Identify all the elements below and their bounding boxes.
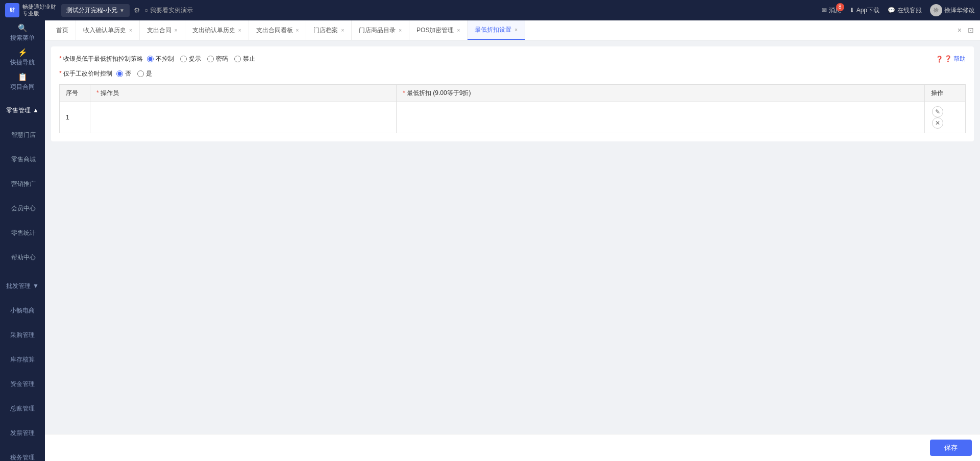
radio-hint[interactable]: 提示 xyxy=(180,55,201,63)
sidebar-item-retail[interactable]: 零售管理 ▲ xyxy=(0,98,45,123)
close-icon[interactable]: × xyxy=(238,28,241,33)
radio-forbid[interactable]: 禁止 xyxy=(234,55,255,63)
app-download-button[interactable]: ⬇ App下载 xyxy=(849,6,879,15)
tab-income-history-label: 收入确认单历史 xyxy=(83,26,126,35)
sidebar-item-project-label: 项目合同 xyxy=(10,83,35,91)
close-icon[interactable]: × xyxy=(175,28,178,33)
sidebar-item-search[interactable]: 🔍 搜索菜单 xyxy=(0,20,45,45)
sidebar-item-help[interactable]: 帮助中心 xyxy=(0,245,45,270)
sidebar-item-shortcut-label: 快捷导航 xyxy=(10,58,35,67)
sidebar-item-wholesale[interactable]: 批发管理 ▼ xyxy=(0,274,45,298)
demo-link-icon: ○ xyxy=(144,7,148,14)
sidebar-item-smart-store[interactable]: 智慧门店 xyxy=(0,123,45,147)
save-button[interactable]: 保存 xyxy=(930,440,972,456)
field1-label: 收银员低于最低折扣控制策略 xyxy=(59,55,143,63)
topbar-center: 测试分开完程-小兄 ▼ ⚙ ○ 我要看实例演示 xyxy=(61,4,817,17)
radio-password-label: 密码 xyxy=(216,55,228,63)
sidebar-item-member-label: 会员中心 xyxy=(11,204,36,213)
close-icon[interactable]: × xyxy=(399,28,402,33)
tab-income-history[interactable]: 收入确认单历史 × xyxy=(76,20,140,40)
close-icon[interactable]: × xyxy=(457,28,460,33)
tab-contract-view[interactable]: 支出合同看板 × xyxy=(249,20,307,40)
sidebar-item-retail-mall[interactable]: 零售商城 xyxy=(0,147,45,172)
tab-min-discount-label: 最低折扣设置 xyxy=(475,26,511,34)
cell-seq: 1 xyxy=(60,102,90,133)
form-row-1: 收银员低于最低折扣控制策略 不控制 提示 密码 xyxy=(59,55,966,63)
close-icon[interactable]: × xyxy=(129,28,132,33)
user-menu[interactable]: 徐 徐泽华修改 xyxy=(930,4,975,16)
page-content: 收银员低于最低折扣控制策略 不控制 提示 密码 xyxy=(45,40,980,434)
edit-row-button[interactable]: ✎ xyxy=(932,106,943,117)
messages-badge: 8 xyxy=(836,3,844,11)
sidebar-item-marketing[interactable]: 营销推广 xyxy=(0,172,45,196)
sidebar-item-funds[interactable]: 资金管理 xyxy=(0,372,45,396)
tab-min-discount[interactable]: 最低折扣设置 × xyxy=(468,20,525,40)
main-layout: 🔍 搜索菜单 ⚡ 快捷导航 📋 项目合同 零售管理 ▲ 智慧门店 零售商城 营销… xyxy=(0,20,980,461)
tab-pos-password-label: POS加密管理 xyxy=(416,26,454,35)
sidebar-item-purchase[interactable]: 采购管理 xyxy=(0,323,45,347)
tab-store-file[interactable]: 门店档案 × xyxy=(306,20,352,40)
app-edition: 专业版 xyxy=(22,10,56,17)
sidebar-item-smart-store-label: 智慧门店 xyxy=(11,131,36,139)
tab-contract[interactable]: 支出合同 × xyxy=(140,20,185,40)
radio-no[interactable]: 否 xyxy=(116,69,131,78)
sidebar-item-tax[interactable]: 税务管理 xyxy=(0,445,45,461)
cell-operator xyxy=(90,102,397,133)
tab-payout-history-label: 支出确认单历史 xyxy=(192,26,235,35)
sidebar-item-inventory[interactable]: 库存核算 xyxy=(0,347,45,372)
project-selector[interactable]: 测试分开完程-小兄 ▼ xyxy=(61,4,130,17)
app-name: 畅捷通好业财 xyxy=(22,4,56,10)
tab-pos-password[interactable]: POS加密管理 × xyxy=(409,20,468,40)
radio-yes[interactable]: 是 xyxy=(137,69,152,78)
sidebar-item-inventory-label: 库存核算 xyxy=(10,355,35,364)
sidebar-item-retail-mall-label: 零售商城 xyxy=(11,155,36,164)
messages-button[interactable]: ✉ 消息 8 xyxy=(822,6,841,15)
sidebar-item-purchase-label: 采购管理 xyxy=(10,331,35,339)
sidebar: 🔍 搜索菜单 ⚡ 快捷导航 📋 项目合同 零售管理 ▲ 智慧门店 零售商城 营销… xyxy=(0,20,45,461)
sidebar-item-ecommerce[interactable]: 小畅电商 xyxy=(0,298,45,323)
message-icon: ✉ xyxy=(822,7,827,14)
tab-contract-view-label: 支出合同看板 xyxy=(256,26,293,35)
close-icon[interactable]: × xyxy=(341,28,344,33)
form-row-2: 仅手工改价时控制 否 是 xyxy=(59,69,966,78)
sidebar-item-funds-label: 资金管理 xyxy=(10,380,35,389)
app-logo: 财 畅捷通好业财 专业版 xyxy=(5,3,56,17)
delete-row-button[interactable]: ✕ xyxy=(932,117,943,129)
sidebar-item-wholesale-label: 批发管理 xyxy=(6,282,31,290)
tab-store-goods[interactable]: 门店商品目录 × xyxy=(352,20,409,40)
sidebar-item-ledger-label: 总账管理 xyxy=(10,404,35,413)
sidebar-item-member[interactable]: 会员中心 xyxy=(0,196,45,221)
tab-home[interactable]: 首页 xyxy=(49,20,76,40)
sidebar-item-project[interactable]: 📋 项目合同 xyxy=(0,69,45,94)
field1-radio-group: 不控制 提示 密码 禁止 xyxy=(147,55,255,63)
help-label: ❓ 帮助 xyxy=(944,55,966,63)
user-name: 徐泽华修改 xyxy=(944,6,975,15)
tab-home-label: 首页 xyxy=(56,26,68,35)
sidebar-item-retail-stat[interactable]: 零售统计 xyxy=(0,221,45,245)
sidebar-item-ledger[interactable]: 总账管理 xyxy=(0,396,45,421)
table-row: 1 ✎ ✕ xyxy=(60,102,966,133)
maximize-tab-button[interactable]: ⊡ xyxy=(966,24,976,36)
help-link[interactable]: ❓ ❓ 帮助 xyxy=(936,55,966,63)
app-download-label: App下载 xyxy=(856,6,879,15)
tab-contract-label: 支出合同 xyxy=(147,26,172,35)
online-service-button[interactable]: 💬 在线客服 xyxy=(888,6,922,15)
radio-password[interactable]: 密码 xyxy=(207,55,228,63)
online-service-label: 在线客服 xyxy=(897,6,922,15)
sidebar-item-shortcut[interactable]: ⚡ 快捷导航 xyxy=(0,45,45,69)
wholesale-arrow-icon: ▼ xyxy=(33,282,39,289)
logo-icon: 财 xyxy=(5,3,19,17)
download-icon: ⬇ xyxy=(849,7,854,14)
settings-icon[interactable]: ⚙ xyxy=(134,6,140,14)
close-icon[interactable]: × xyxy=(296,28,299,33)
demo-link[interactable]: ○ 我要看实例演示 xyxy=(144,6,193,15)
tab-bar: 首页 收入确认单历史 × 支出合同 × 支出确认单历史 × 支出合同看板 × 门… xyxy=(45,20,980,40)
radio-no-control-label: 不控制 xyxy=(156,55,174,63)
close-icon[interactable]: × xyxy=(514,27,518,33)
sidebar-item-invoice[interactable]: 发票管理 xyxy=(0,421,45,445)
close-tab-button[interactable]: × xyxy=(955,24,964,36)
tab-payout-history[interactable]: 支出确认单历史 × xyxy=(185,20,249,40)
col-min-discount: 最低折扣 (9.00等于9折) xyxy=(397,85,925,102)
radio-no-control[interactable]: 不控制 xyxy=(147,55,174,63)
sidebar-item-invoice-label: 发票管理 xyxy=(10,429,35,438)
